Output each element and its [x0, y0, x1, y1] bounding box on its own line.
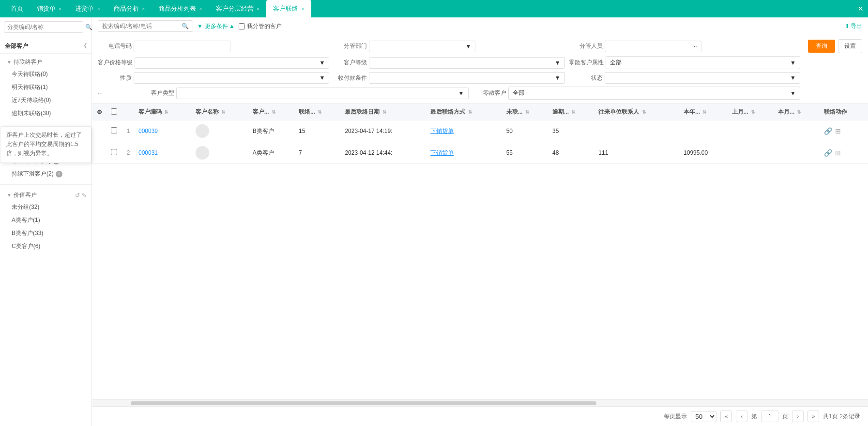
col-customer-type[interactable]: 客户... ⇅ [250, 104, 296, 120]
filter-customer-type: 客户类型 ▼ [140, 88, 469, 99]
col-code[interactable]: 客户编码 ⇅ [136, 104, 193, 120]
retail-customer-select[interactable]: 全部 ▼ [508, 87, 801, 100]
tree-item-tomorrow[interactable]: 明天待联络(1) [0, 81, 91, 94]
col-last-contact-method[interactable]: 最后联络方式 ⇅ [427, 104, 503, 120]
section-title-pending[interactable]: ▼ 待联络客户 [0, 56, 91, 68]
col-uncontacted[interactable]: 未联... ⇅ [503, 104, 549, 120]
nav-close-tier[interactable]: × [257, 6, 259, 12]
row-last-date-0: 2023-04-17 14:19: [342, 120, 427, 142]
page-input[interactable] [761, 411, 778, 422]
action-link-1[interactable]: 🔗 [824, 149, 832, 157]
row-name-1[interactable] [193, 142, 250, 164]
col-settings[interactable]: ⚙ [92, 104, 107, 120]
tree-item-declining[interactable]: 持续下滑客户(2) ? [0, 167, 91, 180]
dept-select[interactable]: ▼ [369, 41, 475, 52]
filter-search-icon[interactable]: 🔍 [182, 23, 189, 29]
tree-item-class-a[interactable]: A类客户(1) [0, 214, 91, 227]
per-page-select[interactable]: 50 100 [691, 411, 716, 422]
last-page-button[interactable]: » [807, 411, 819, 422]
nav-product-analysis[interactable]: 商品分析 × [107, 0, 152, 17]
row-checkbox-1[interactable] [107, 142, 121, 164]
manager-select[interactable]: ··· [605, 41, 701, 52]
customer-tier-select[interactable]: ▼ [369, 57, 564, 69]
sidebar-search-input[interactable] [4, 21, 83, 33]
action-link-0[interactable]: 🔗 [824, 127, 832, 135]
query-button[interactable]: 查询 [808, 40, 835, 53]
tree-item-7days[interactable]: 近7天待联络(0) [0, 94, 91, 107]
section-pending-contact: ▼ 待联络客户 今天待联络(0) 明天待联络(1) 近7天待联络(0) 逾期未联… [0, 54, 91, 122]
filter-more-dots[interactable]: ··· [98, 90, 103, 97]
tree-item-overdue[interactable]: 逾期未联络(30) [0, 107, 91, 120]
select-all-checkbox[interactable] [111, 108, 117, 115]
nav-sales-order[interactable]: 销货单 × [30, 0, 68, 17]
filter-bar: 🔍 ▼ 更多条件 ▲ 我分管的客户 ⬆ 导出 [92, 17, 868, 35]
tree-item-class-b[interactable]: B类客户(33) [0, 227, 91, 240]
nav-purchase-order[interactable]: 进货单 × [68, 0, 107, 17]
col-name[interactable]: 客户名称 ⇅ [193, 104, 250, 120]
col-num [121, 104, 136, 120]
row-code-1[interactable]: 000031 [136, 142, 193, 164]
filter-row-1: 电话号码 分管部门 ▼ 分管人员 ··· [98, 39, 862, 53]
nature-select[interactable]: ▼ [134, 72, 329, 84]
nav-home[interactable]: 首页 [4, 0, 30, 17]
filter-customer-tier: 客户等级 ▼ [333, 57, 564, 69]
nav-product-analysis-list[interactable]: 商品分析列表 × [152, 0, 209, 17]
payment-select[interactable]: ▼ [369, 72, 564, 84]
next-page-button[interactable]: › [792, 411, 804, 422]
scrollbar-thumb[interactable] [131, 401, 596, 405]
retail-attr-select[interactable]: 全部 ▼ [606, 56, 800, 69]
col-this-month[interactable]: 本月... ⇅ [775, 104, 821, 120]
row-actions-0: 🔗 ⊞ [821, 120, 868, 142]
row-last-method-0[interactable]: 下销货单 [427, 120, 503, 142]
nav-customer-tier[interactable]: 客户分层经营 × [209, 0, 266, 17]
pagination-bar: 每页显示 50 100 « ‹ 第 页 › » 共1页 2条记录 [92, 406, 868, 426]
col-last-contact-date[interactable]: 最后联络日期 ⇅ [342, 104, 427, 120]
all-customers-label[interactable]: 全部客户 [5, 42, 28, 50]
sidebar-collapse-icon[interactable]: 《 [81, 42, 87, 50]
col-last-month[interactable]: 上月... ⇅ [729, 104, 775, 120]
window-close-button[interactable]: × [858, 4, 863, 13]
first-page-button[interactable]: « [720, 411, 732, 422]
price-tier-select[interactable]: ▼ [135, 57, 329, 69]
settings-button[interactable]: 设置 [838, 39, 862, 53]
tree-item-today[interactable]: 今天待联络(0) [0, 68, 91, 81]
sidebar-search-icon[interactable]: 🔍 [85, 24, 92, 30]
nav-close-analysis[interactable]: × [142, 6, 145, 12]
customer-type-select[interactable]: ▼ [176, 88, 469, 99]
my-customers-checkbox[interactable] [239, 23, 245, 29]
col-checkbox[interactable] [107, 104, 121, 120]
filter-search-input[interactable] [102, 23, 180, 29]
tree-item-unclassified[interactable]: 未分组(32) [0, 201, 91, 214]
action-more-1[interactable]: ⊞ [835, 149, 841, 157]
filter-icon: ▼ [197, 23, 203, 29]
row-last-method-1[interactable]: 下销货单 [427, 142, 503, 164]
row-code-0[interactable]: 000039 [136, 120, 193, 142]
row-name-0[interactable] [193, 120, 250, 142]
nav-close-purchase[interactable]: × [97, 6, 100, 12]
row-last-month-1 [729, 142, 775, 164]
col-this-year[interactable]: 本年... ⇅ [681, 104, 729, 120]
nav-close-contact[interactable]: × [301, 6, 304, 12]
phone-input[interactable] [134, 41, 230, 52]
sidebar-search-area: 🔍 [0, 17, 91, 37]
edit-icon-value[interactable]: ✎ [82, 192, 87, 199]
col-unit-contact[interactable]: 往来单位联系人 ⇅ [595, 104, 681, 120]
refresh-icon-value[interactable]: ↺ [75, 192, 80, 199]
action-more-0[interactable]: ⊞ [835, 127, 841, 135]
row-this-year-0 [681, 120, 729, 142]
tree-item-class-c[interactable]: C类客户(6) [0, 240, 91, 253]
prev-page-button[interactable]: ‹ [736, 411, 747, 422]
horizontal-scrollbar[interactable] [92, 399, 868, 406]
col-contact-count[interactable]: 联络... ⇅ [296, 104, 342, 120]
my-customers-filter[interactable]: 我分管的客户 [239, 22, 282, 30]
chevron-up-icon: ▲ [229, 23, 235, 29]
col-overdue[interactable]: 逾期... ⇅ [549, 104, 595, 120]
export-button[interactable]: ⬆ 导出 [845, 22, 862, 30]
nav-close-analysis-list[interactable]: × [199, 6, 202, 12]
filter-more-conditions[interactable]: ▼ 更多条件 ▲ [197, 22, 235, 30]
row-checkbox-0[interactable] [107, 120, 121, 142]
nav-close-sales[interactable]: × [59, 6, 61, 12]
status-select[interactable]: ▼ [605, 72, 800, 84]
nav-customer-contact[interactable]: 客户联络 × [266, 0, 311, 17]
section-title-value[interactable]: ▼ 价值客户 ↺ ✎ [0, 189, 91, 201]
